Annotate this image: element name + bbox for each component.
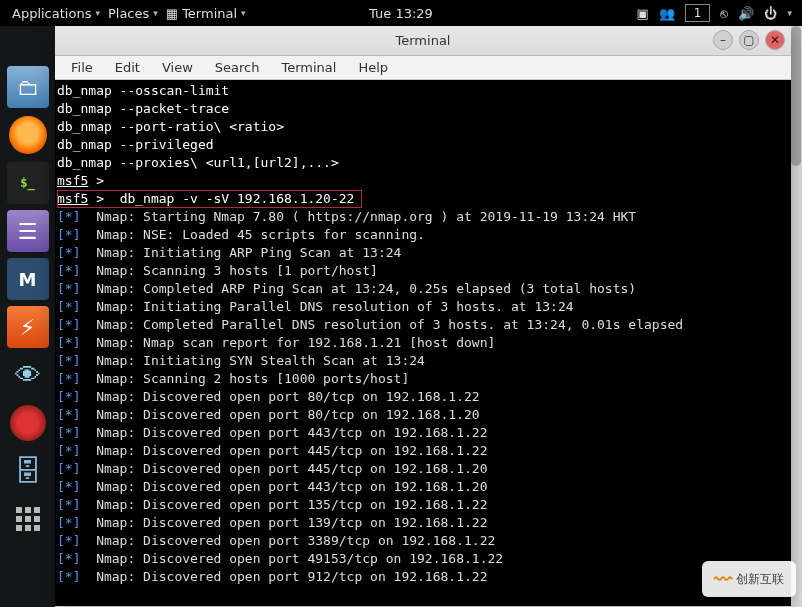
dock-recon[interactable]: 👁 <box>7 354 49 396</box>
apps-grid-icon <box>16 507 40 531</box>
clock[interactable]: Tue 13:29 <box>369 6 433 21</box>
term-line: Nmap: Initiating SYN Stealth Scan at 13:… <box>96 353 425 368</box>
terminal-window: Terminal – ▢ ✕ File Edit View Search Ter… <box>55 26 791 606</box>
cherry-icon <box>10 405 46 441</box>
term-line: Nmap: Nmap scan report for 192.168.1.21 … <box>96 335 495 350</box>
users-icon[interactable]: 👥 <box>659 6 675 21</box>
menu-view[interactable]: View <box>152 58 203 77</box>
maximize-button[interactable]: ▢ <box>739 30 759 50</box>
firefox-icon <box>9 116 47 154</box>
dock-burp[interactable]: ⚡ <box>7 306 49 348</box>
term-line: Nmap: Scanning 2 hosts [1000 ports/host] <box>96 371 409 386</box>
metasploit-icon: M <box>19 269 37 290</box>
dock-cherrytree[interactable] <box>7 402 49 444</box>
term-line: Nmap: Initiating Parallel DNS resolution… <box>96 299 573 314</box>
database-icon: 🗄 <box>14 455 42 488</box>
term-line: Nmap: Initiating ARP Ping Scan at 13:24 <box>96 245 401 260</box>
folder-icon: 🗀 <box>17 75 39 100</box>
term-line: Nmap: Scanning 3 hosts [1 port/host] <box>96 263 378 278</box>
camera-icon[interactable]: ▣ <box>637 6 649 21</box>
terminal-app-menu[interactable]: ▦Terminal▾ <box>162 6 250 21</box>
watermark-icon: 〰 <box>714 569 732 590</box>
menu-terminal[interactable]: Terminal <box>271 58 346 77</box>
terminal-icon: ▦ <box>166 6 178 21</box>
volume-icon[interactable]: 🔊 <box>738 6 754 21</box>
highlighted-command: msf5 > db_nmap -v -sV 192.168.1.20-22 <box>57 190 362 208</box>
term-line: db_nmap --packet-trace <box>57 101 229 116</box>
maximize-icon: ▢ <box>743 33 754 47</box>
applications-menu[interactable]: Applications▾ <box>0 6 104 21</box>
term-line: Nmap: Discovered open port 139/tcp on 19… <box>96 515 487 530</box>
star: [*] <box>57 209 80 224</box>
gnome-top-panel: Applications▾ Places▾ ▦Terminal▾ Tue 13:… <box>0 0 802 26</box>
term-line: Nmap: NSE: Loaded 45 scripts for scannin… <box>96 227 425 242</box>
term-line: Nmap: Discovered open port 443/tcp on 19… <box>96 425 487 440</box>
prompt-icon: $_ <box>20 176 34 190</box>
places-menu[interactable]: Places▾ <box>104 6 162 21</box>
scroll-thumb[interactable] <box>791 26 801 166</box>
menu-search[interactable]: Search <box>205 58 270 77</box>
workspace-indicator[interactable]: 1 <box>685 4 711 22</box>
terminal-body[interactable]: db_nmap --osscan-limit db_nmap --packet-… <box>55 80 791 606</box>
eye-icon: 👁 <box>15 360 41 390</box>
prompt: msf5 <box>57 173 88 188</box>
dock-notes[interactable]: ☰ <box>7 210 49 252</box>
dock-dbbrowser[interactable]: 🗄 <box>7 450 49 492</box>
term-line: Nmap: Discovered open port 445/tcp on 19… <box>96 461 487 476</box>
term-line: Nmap: Discovered open port 49153/tcp on … <box>96 551 503 566</box>
status-tray: ▣ 👥 1 ⎋ 🔊 ⏻ ▾ <box>637 4 802 22</box>
term-line: Nmap: Completed Parallel DNS resolution … <box>96 317 683 332</box>
term-line: Nmap: Discovered open port 80/tcp on 192… <box>96 407 480 422</box>
term-line: Nmap: Discovered open port 445/tcp on 19… <box>96 443 487 458</box>
dock-metasploit[interactable]: M <box>7 258 49 300</box>
system-menu-caret[interactable]: ▾ <box>787 8 792 18</box>
watermark: 〰 创新互联 <box>702 561 796 597</box>
menu-help[interactable]: Help <box>348 58 398 77</box>
menu-edit[interactable]: Edit <box>105 58 150 77</box>
menu-file[interactable]: File <box>61 58 103 77</box>
close-button[interactable]: ✕ <box>765 30 785 50</box>
dock-show-apps[interactable] <box>7 498 49 540</box>
term-line: Nmap: Discovered open port 3389/tcp on 1… <box>96 533 495 548</box>
term-line: Nmap: Starting Nmap 7.80 ( https://nmap.… <box>96 209 636 224</box>
watermark-text: 创新互联 <box>736 571 784 588</box>
term-line: db_nmap --port-ratio\ <ratio> <box>57 119 284 134</box>
term-line: Nmap: Completed ARP Ping Scan at 13:24, … <box>96 281 636 296</box>
close-icon: ✕ <box>770 33 780 47</box>
dock-firefox[interactable] <box>7 114 49 156</box>
titlebar[interactable]: Terminal – ▢ ✕ <box>55 26 791 56</box>
notes-icon: ☰ <box>18 219 38 244</box>
term-line: Nmap: Discovered open port 912/tcp on 19… <box>96 569 487 584</box>
minimize-icon: – <box>720 33 726 47</box>
term-line: db_nmap --privileged <box>57 137 214 152</box>
window-title: Terminal <box>396 33 451 48</box>
term-line: db_nmap --osscan-limit <box>57 83 229 98</box>
left-dock: 🗀 $_ ☰ M ⚡ 👁 🗄 <box>0 26 55 607</box>
menubar: File Edit View Search Terminal Help <box>55 56 791 80</box>
term-line: Nmap: Discovered open port 135/tcp on 19… <box>96 497 487 512</box>
dock-terminal[interactable]: $_ <box>7 162 49 204</box>
vscrollbar[interactable] <box>790 26 802 607</box>
term-line: Nmap: Discovered open port 80/tcp on 192… <box>96 389 480 404</box>
term-line: Nmap: Discovered open port 443/tcp on 19… <box>96 479 487 494</box>
network-icon[interactable]: ⎋ <box>720 6 728 21</box>
burp-icon: ⚡ <box>20 315 35 340</box>
term-line: db_nmap --proxies\ <url1,[url2],...> <box>57 155 339 170</box>
minimize-button[interactable]: – <box>713 30 733 50</box>
dock-files[interactable]: 🗀 <box>7 66 49 108</box>
power-icon[interactable]: ⏻ <box>764 6 777 21</box>
